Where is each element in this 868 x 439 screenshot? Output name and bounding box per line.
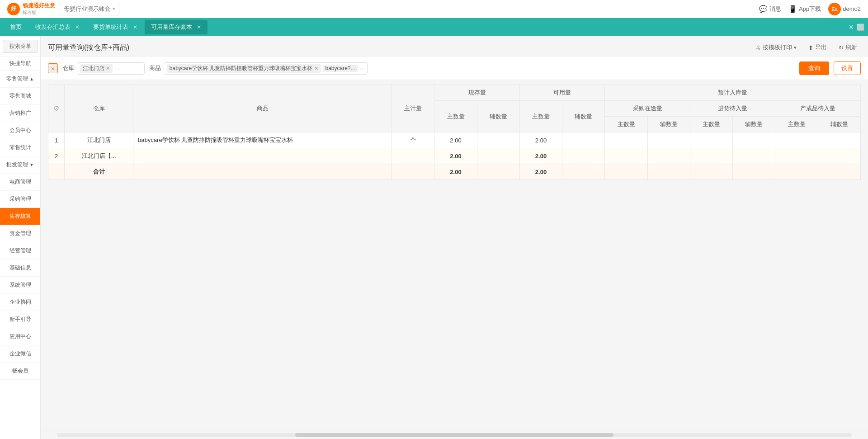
window-maximize-btn[interactable]: ⬜ (857, 24, 864, 31)
sidebar-item-app-center[interactable]: 应用中心 (0, 328, 40, 345)
industry-selector[interactable]: 母婴行业演示账套 ▾ (60, 3, 119, 15)
export-icon: ⬆ (808, 44, 813, 51)
sidebar-item-inventory-check[interactable]: 库存核算 (0, 208, 40, 225)
print-icon: 🖨 (755, 44, 761, 51)
sidebar-item-retail-mall-label: 零售商城 (9, 92, 31, 100)
product-filter-tags[interactable]: babycare学饮杯 儿童防摔防撞吸管杯重力球吸嘴杯宝宝水杯 ✕ babyca… (164, 62, 368, 75)
settings-btn[interactable]: 设置 (834, 61, 861, 75)
tab-available-stock-close[interactable]: ✕ (197, 24, 201, 30)
sum-stock-main: 2.00 (434, 164, 477, 180)
row-stock-main-1: 2.00 (434, 132, 477, 148)
tab-receive-send-close[interactable]: ✕ (75, 24, 80, 30)
sidebar-item-finance-mgmt-label: 资金管理 (9, 230, 31, 237)
horizontal-scrollbar[interactable] (57, 433, 852, 437)
current-stock-header: 现存量 (434, 85, 520, 101)
sidebar-item-system-mgmt-label: 系统管理 (9, 281, 31, 289)
settings-col-header: ⚙ (48, 85, 65, 132)
warehouse-filter-tags[interactable]: 江北门店 ✕ ··· (77, 62, 145, 75)
warehouse-filter-more[interactable]: ··· (114, 65, 119, 72)
table-footer (41, 430, 868, 439)
export-label: 导出 (815, 43, 827, 52)
export-btn[interactable]: ⬆ 导出 (805, 42, 830, 53)
row-product-1: babycare学饮杯 儿童防摔防撞吸管杯重力球吸嘴杯宝宝水杯 (133, 132, 392, 148)
sidebar-item-new-guide[interactable]: 新手引导 (0, 311, 40, 328)
tab-home-label: 首页 (10, 23, 22, 31)
sidebar-item-operations-mgmt[interactable]: 经营管理 (0, 242, 40, 260)
sidebar-item-operations-mgmt-label: 经营管理 (9, 247, 31, 255)
sidebar-item-wholesale-mgmt[interactable]: 批发管理 ▼ (0, 156, 40, 174)
sum-finished-aux (818, 164, 860, 180)
row-available-aux-1 (562, 132, 605, 148)
logo-area: 好 畅捷通好生意 标准版 (7, 2, 55, 15)
row-finished-main-2 (775, 148, 818, 164)
warehouse-tag-1-remove[interactable]: ✕ (106, 66, 110, 71)
sidebar-item-marketing-label: 营销推广 (9, 109, 31, 117)
search-menu-btn[interactable]: 搜索菜单 (3, 40, 38, 53)
print-template-btn[interactable]: 🖨 按模板打印 ▾ (751, 42, 800, 53)
sidebar-item-member-plus[interactable]: 畅会员 (0, 363, 40, 380)
sidebar-item-basic-info[interactable]: 基础信息 (0, 260, 40, 277)
filter-expand-btn[interactable]: » (48, 63, 58, 73)
header-left: 好 畅捷通好生意 标准版 母婴行业演示账套 ▾ (7, 2, 119, 15)
sidebar-item-ecommerce-mgmt[interactable]: 电商管理 (0, 174, 40, 191)
nav-tabs: 首页 收发存汇总表 ✕ 要货单统计表 ✕ 可用量库存账本 ✕ ✕ ⬜ (0, 18, 868, 36)
window-close-btn[interactable]: ✕ (849, 24, 854, 31)
row-stock-aux-2 (477, 148, 519, 164)
sidebar-item-enterprise-wechat[interactable]: 企业微信 (0, 345, 40, 363)
table-settings-icon[interactable]: ⚙ (53, 104, 59, 112)
product-filter-more[interactable]: ··· (360, 65, 365, 72)
purchase-main-header: 主数量 (605, 117, 647, 132)
main-content: 可用量查询(按仓库+商品) 🖨 按模板打印 ▾ ⬆ 导出 ↻ 刷新 » (41, 36, 868, 439)
app-download-btn[interactable]: 📱 App下载 (788, 5, 821, 13)
tab-available-stock[interactable]: 可用量库存账本 ✕ (145, 20, 208, 34)
sidebar: 搜索菜单 快捷导航 零售管理 ▲ 零售商城 营销推广 会员中心 零售统计 批发管… (0, 36, 41, 439)
sidebar-item-member-center[interactable]: 会员中心 (0, 122, 40, 139)
row-stock-aux-1 (477, 132, 519, 148)
sidebar-search-area: 搜索菜单 (0, 36, 40, 57)
available-header: 可用量 (519, 85, 605, 101)
refresh-icon: ↻ (839, 44, 844, 51)
sidebar-item-system-mgmt[interactable]: 系统管理 (0, 277, 40, 294)
product-tag-1-remove[interactable]: ✕ (314, 66, 318, 71)
tab-receive-send[interactable]: 收发存汇总表 ✕ (29, 20, 86, 34)
sum-incoming-aux (733, 164, 775, 180)
planned-inbound-header: 预计入库量 (605, 85, 861, 101)
tab-order-stats[interactable]: 要货单统计表 ✕ (87, 20, 144, 34)
incoming-aux-header: 辅数量 (733, 117, 775, 132)
sidebar-item-retail-mgmt[interactable]: 零售管理 ▲ (0, 71, 40, 88)
stock-main-qty-header: 主数量 (434, 101, 477, 132)
tab-home[interactable]: 首页 (4, 20, 28, 34)
tab-order-stats-close[interactable]: ✕ (133, 24, 137, 30)
window-buttons: ✕ ⬜ (849, 24, 864, 31)
row-index-2: 2 (48, 148, 65, 164)
user-profile-btn[interactable]: Ea demo2 (828, 3, 861, 15)
sidebar-item-purchase-mgmt[interactable]: 采购管理 (0, 191, 40, 208)
sidebar-item-enterprise-collab-label: 企业协同 (9, 298, 31, 306)
page-header: 可用量查询(按仓库+商品) 🖨 按模板打印 ▾ ⬆ 导出 ↻ 刷新 (41, 36, 868, 57)
sidebar-item-retail-stats[interactable]: 零售统计 (0, 139, 40, 156)
row-warehouse-1: 江北门店 (65, 132, 133, 148)
table-area: ⚙ 仓库 商品 主计量 现存量 可用量 预计入库量 主数量 辅数量 主数量 辅数… (41, 80, 868, 430)
scroll-thumb (295, 433, 613, 437)
row-product-2 (133, 148, 392, 164)
query-btn[interactable]: 查询 (799, 61, 829, 75)
user-name: demo2 (843, 5, 861, 12)
sidebar-item-retail-mall[interactable]: 零售商城 (0, 88, 40, 105)
refresh-btn[interactable]: ↻ 刷新 (835, 42, 861, 53)
top-header: 好 畅捷通好生意 标准版 母婴行业演示账套 ▾ 💬 消息 📱 App下载 Ea … (0, 0, 868, 18)
sidebar-item-member-plus-label: 畅会员 (12, 367, 28, 375)
print-template-label: 按模板打印 (763, 43, 792, 52)
quick-nav-btn[interactable]: 快捷导航 (0, 57, 40, 71)
sidebar-item-finance-mgmt[interactable]: 资金管理 (0, 225, 40, 242)
product-filter-label: 商品 (149, 64, 161, 72)
warehouse-tag-1-label: 江北门店 (83, 65, 104, 72)
sidebar-item-marketing[interactable]: 营销推广 (0, 105, 40, 122)
wholesale-mgmt-arrow-icon: ▼ (29, 162, 34, 167)
tab-available-stock-label: 可用量库存账本 (151, 23, 192, 31)
unit-col-header: 主计量 (392, 85, 434, 132)
sidebar-item-enterprise-collab[interactable]: 企业协同 (0, 294, 40, 311)
finished-product-header: 产成品待入量 (775, 101, 861, 117)
purchase-in-transit-header: 采购在途量 (605, 101, 690, 117)
message-btn[interactable]: 💬 消息 (759, 5, 781, 13)
sum-available-main: 2.00 (519, 164, 562, 180)
